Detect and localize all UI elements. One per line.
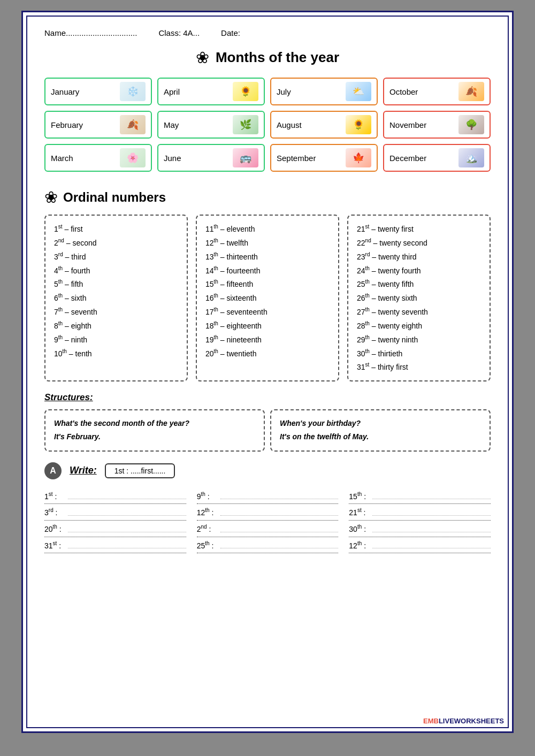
months-col4: October 🍂 xyxy=(383,78,491,105)
ordinal-1: 1st – first xyxy=(54,222,178,236)
september-image: 🍁 xyxy=(346,148,371,167)
page: Name................................ Cla… xyxy=(21,11,514,733)
write-row: 15th : xyxy=(349,488,491,505)
ordinal-box-1: 1st – first 2nd – second 3rd – third 4th… xyxy=(44,215,188,381)
months-col4b: November 🌳 xyxy=(383,111,491,139)
ordinal-5: 5th – fifth xyxy=(54,277,178,291)
write-row: 9th : xyxy=(197,488,339,505)
ordinal-2: 2nd – second xyxy=(54,236,178,250)
write-row: 3rd : xyxy=(44,504,186,521)
write-col-3: 15th : 21st : 30th : 12th : xyxy=(349,488,491,554)
ordinal-8: 8th – eighth xyxy=(54,319,178,333)
ordinal-19: 19th – nineteenth xyxy=(205,333,330,347)
example-box: 1st : .....first...... xyxy=(105,463,175,478)
write-col-1: 1st : 3rd : 20th : 31st : xyxy=(44,488,186,554)
july-image: ⛅ xyxy=(346,82,371,101)
ordinal-18: 18th – eighteenth xyxy=(205,319,330,333)
month-card-april: April 🌻 xyxy=(157,78,265,105)
february-image: 🍂 xyxy=(120,115,146,134)
november-image: 🌳 xyxy=(458,115,484,134)
april-image: 🌻 xyxy=(233,82,258,101)
write-row: 30th : xyxy=(349,521,491,537)
months-col1: January ❄️ xyxy=(44,78,152,105)
months-col4c: December 🏔️ xyxy=(383,144,491,172)
ordinal-26: 26th – twenty sixth xyxy=(357,291,481,305)
month-card-december: December 🏔️ xyxy=(383,144,491,172)
header: Name................................ Cla… xyxy=(44,28,491,37)
month-card-august: August 🌻 xyxy=(270,111,378,139)
date-label: Date: xyxy=(221,28,240,37)
months-col3b: August 🌻 xyxy=(270,111,378,139)
ordinal-box-3: 21st – twenty first 22nd – twenty second… xyxy=(347,215,491,381)
structure-a2: It's on the twelfth of May. xyxy=(280,430,481,444)
structures-section: Structures: What's the second month of t… xyxy=(44,392,491,451)
ordinal-11: 11th – eleventh xyxy=(205,222,330,236)
structure-box-1: What's the second month of the year? It'… xyxy=(44,409,265,451)
flower-icon: ❀ xyxy=(196,48,209,67)
ordinal-28: 28th – twenty eighth xyxy=(357,319,481,333)
flower-icon-2: ❀ xyxy=(44,188,58,207)
months-col3: July ⛅ xyxy=(270,78,378,105)
december-image: 🏔️ xyxy=(458,148,484,167)
months-col3c: September 🍁 xyxy=(270,144,378,172)
ordinal-12: 12th – twelfth xyxy=(205,236,330,250)
months-title: Months of the year xyxy=(216,49,339,66)
write-grid: 1st : 3rd : 20th : 31st : xyxy=(44,488,491,554)
ordinal-15: 15th – fifteenth xyxy=(205,277,330,291)
write-title: Write: xyxy=(70,465,97,476)
ordinal-10: 10th – tenth xyxy=(54,347,178,361)
write-section: A Write: 1st : .....first...... 1st : 3r… xyxy=(44,462,491,554)
class-label: Class: 4A... xyxy=(158,28,200,37)
ordinal-7: 7th – seventh xyxy=(54,305,178,319)
write-row: 20th : xyxy=(44,521,186,537)
ordinal-24: 24th – twenty fourth xyxy=(357,264,481,278)
month-card-july: July ⛅ xyxy=(270,78,378,105)
month-card-january: January ❄️ xyxy=(44,78,152,105)
ordinal-23: 23rd – twenty third xyxy=(357,250,481,264)
ordinal-grid: 1st – first 2nd – second 3rd – third 4th… xyxy=(44,215,491,381)
ordinal-30: 30th – thirtieth xyxy=(357,347,481,361)
ordinal-title: ❀ Ordinal numbers xyxy=(44,188,491,207)
write-row: 12th : xyxy=(197,504,339,521)
write-row: 2nd : xyxy=(197,521,339,537)
ordinal-3: 3rd – third xyxy=(54,250,178,264)
months-col2: April 🌻 xyxy=(157,78,265,105)
month-card-june: June 🚌 xyxy=(157,144,265,172)
june-image: 🚌 xyxy=(233,148,258,167)
ordinal-6: 6th – sixth xyxy=(54,291,178,305)
write-row: 1st : xyxy=(44,488,186,505)
ordinal-13: 13th – thirteenth xyxy=(205,250,330,264)
ordinal-heading: Ordinal numbers xyxy=(63,190,166,205)
months-col2b: May 🌿 xyxy=(157,111,265,139)
footer: EMBLIVEWORKSHEETS xyxy=(423,717,504,725)
write-row: 25th : xyxy=(197,537,339,554)
write-col-2: 9th : 12th : 2nd : 25th : xyxy=(197,488,339,554)
write-header: A Write: 1st : .....first...... xyxy=(44,462,491,479)
months-section-title: ❀ Months of the year xyxy=(44,48,491,67)
months-col1b: February 🍂 xyxy=(44,111,152,139)
ordinal-27: 27th – twenty seventh xyxy=(357,305,481,319)
months-col1c: March 🌸 xyxy=(44,144,152,172)
months-col2c: June 🚌 xyxy=(157,144,265,172)
ordinal-17: 17th – seventeenth xyxy=(205,305,330,319)
write-row: 12th : xyxy=(349,537,491,554)
footer-logo: EMBLIVEWORKSHEETS xyxy=(423,717,504,725)
circle-a-badge: A xyxy=(44,462,62,479)
structure-box-2: When's your birthday? It's on the twelft… xyxy=(270,409,491,451)
may-image: 🌿 xyxy=(233,115,258,134)
month-card-october: October 🍂 xyxy=(383,78,491,105)
months-grid: January ❄️ April 🌻 July ⛅ October 🍂 F xyxy=(44,78,491,172)
ordinal-31: 31st – thirty first xyxy=(357,360,481,374)
march-image: 🌸 xyxy=(120,148,146,167)
october-image: 🍂 xyxy=(458,82,484,101)
ordinal-box-2: 11th – eleventh 12th – twelfth 13th – th… xyxy=(196,215,339,381)
write-row: 21st : xyxy=(349,504,491,521)
ordinal-29: 29th – twenty ninth xyxy=(357,333,481,347)
structure-q2: When's your birthday? xyxy=(280,417,481,430)
ordinal-25: 25th – twenty fifth xyxy=(357,277,481,291)
ordinal-20: 20th – twentieth xyxy=(205,347,330,361)
ordinal-section: ❀ Ordinal numbers 1st – first 2nd – seco… xyxy=(44,188,491,381)
ordinal-22: 22nd – twenty second xyxy=(357,236,481,250)
ordinal-21: 21st – twenty first xyxy=(357,222,481,236)
january-image: ❄️ xyxy=(120,82,146,101)
